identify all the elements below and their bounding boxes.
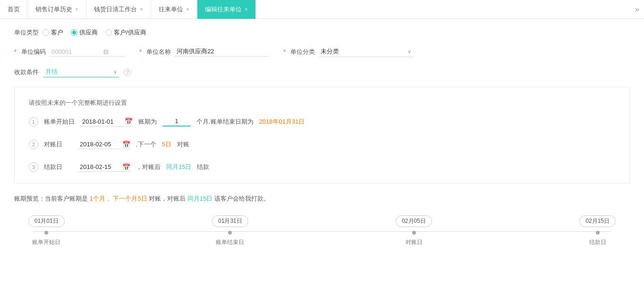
tab-cash-work[interactable]: 钱货日清工作台 ×: [86, 0, 151, 19]
tab-counterparty[interactable]: 往来单位 ×: [151, 0, 197, 19]
radio-both-circle: [105, 29, 112, 36]
timeline-dot-2: [228, 231, 232, 235]
payment-day-highlight: 同月15日: [166, 163, 191, 171]
unit-type-row: 单位类型 客户 供应商 客户/供应商: [14, 28, 630, 37]
unit-type-label: 单位类型: [14, 28, 39, 37]
settings-title: 请按照未来的一个完整帐期进行设置: [29, 99, 615, 107]
radio-customer-label: 客户: [51, 28, 63, 37]
unit-code-input[interactable]: [50, 47, 102, 56]
preview-part2: 下一个月5日: [113, 195, 147, 202]
unit-name-label: 单位名称: [146, 48, 171, 56]
tab-cash-work-label: 钱货日清工作台: [94, 5, 137, 14]
tab-edit-counterparty-label: 编辑往来单位: [205, 5, 242, 14]
timeline-track: 01月01日 账单开始日 01月31日 账单结束日 02月05日 对账日 02月…: [19, 215, 625, 246]
timeline-badge-4: 02月15日: [579, 215, 616, 227]
payment-condition-select[interactable]: 月结 ∨: [43, 67, 119, 77]
billing-start-row: 1 账单开始日 📅 账期为 个月,账单结束日期为 2018年01月31日: [29, 117, 615, 127]
billing-start-label: 账单开始日: [44, 118, 75, 126]
radio-supplier-circle: [71, 29, 77, 36]
payment-day-cal-icon[interactable]: 📅: [122, 163, 130, 171]
payment-condition-value: 月结: [45, 68, 113, 76]
payment-day-row: 3 结款日 📅 ，对账后 同月15日 结款: [29, 162, 615, 172]
timeline-label-1: 账单开始日: [32, 238, 60, 246]
row-num-2: 2: [29, 140, 38, 149]
payment-day-label: 结款日: [44, 163, 72, 171]
reconcile-suffix1: ,下一个: [136, 140, 156, 149]
tab-home-label: 首页: [8, 5, 20, 14]
billing-start-date-group: 📅: [80, 117, 133, 127]
timeline-badge-2: 01月31日: [212, 215, 248, 227]
radio-both-label: 客户/供应商: [114, 28, 146, 37]
page-content: 单位类型 客户 供应商 客户/供应商 * 单位编码: [0, 19, 644, 287]
timeline-label-4: 结款日: [589, 238, 606, 246]
timeline-node-1: 01月01日 账单开始日: [28, 215, 65, 246]
tab-edit-counterparty-close[interactable]: ×: [245, 7, 248, 12]
settings-panel: 请按照未来的一个完整帐期进行设置 1 账单开始日 📅 账期为 个月,账单结束日期…: [14, 87, 630, 184]
reconcile-date-group: 📅: [78, 140, 130, 149]
unit-code-required: *: [14, 48, 17, 55]
preview-section: 账期预览：当前客户账期是 1个月， 下一个月5日 对账，对账后 同月15日 该客…: [14, 193, 630, 204]
tab-sales-history-close[interactable]: ×: [75, 7, 78, 12]
payment-condition-label: 收款条件: [14, 68, 39, 76]
unit-category-field: * 单位分类 未分类 ∨: [283, 46, 413, 57]
preview-part1: 1个月，: [90, 195, 111, 202]
tab-home[interactable]: 首页: [0, 0, 28, 19]
preview-part3: 对账，对账后: [149, 195, 186, 202]
tabs-bar: 首页 销售订单历史 × 钱货日清工作台 × 往来单位 × 编辑往来单位 × »: [0, 0, 644, 19]
preview-part5: 该客户会给我打款。: [214, 195, 270, 202]
payment-help-icon[interactable]: ?: [124, 68, 131, 76]
unit-info-row: * 单位编码 ⊟ * 单位名称 * 单位分类 未分类 ∨: [14, 46, 630, 57]
payment-condition-row: 收款条件 月结 ∨ ?: [14, 67, 630, 77]
unit-category-required: *: [283, 48, 286, 55]
tab-sales-history[interactable]: 销售订单历史 ×: [28, 0, 86, 19]
timeline-dot-1: [44, 231, 48, 235]
payment-day-date-input[interactable]: [78, 162, 120, 171]
reconcile-date-input[interactable]: [78, 140, 120, 149]
reconcile-row: 2 对账日 📅 ,下一个 5日 对账: [29, 140, 615, 149]
timeline-badge-1: 01月01日: [28, 215, 65, 227]
unit-type-field: 单位类型 客户 供应商 客户/供应商: [14, 28, 146, 37]
reconcile-cal-icon[interactable]: 📅: [122, 141, 130, 148]
preview-part4: 同月15日: [187, 195, 212, 202]
unit-category-select[interactable]: 未分类 ∨: [319, 46, 413, 57]
unit-code-field: * 单位编码 ⊟: [14, 47, 125, 57]
timeline-label-2: 账单结束日: [216, 238, 244, 246]
row-num-3: 3: [29, 162, 38, 172]
unit-type-radio-group: 客户 供应商 客户/供应商: [42, 28, 146, 37]
payment-day-date-group: 📅: [78, 162, 130, 172]
period-label: 账期为: [138, 118, 157, 126]
payment-day-suffix2: 结款: [197, 163, 209, 171]
radio-both[interactable]: 客户/供应商: [105, 28, 146, 37]
reconcile-label: 对账日: [44, 140, 72, 149]
unit-category-arrow: ∨: [407, 49, 411, 55]
reconcile-suffix2: 对账: [177, 140, 189, 149]
unit-code-copy-icon[interactable]: ⊟: [102, 48, 110, 55]
timeline-section: 01月01日 账单开始日 01月31日 账单结束日 02月05日 对账日 02月…: [14, 215, 630, 246]
unit-name-required: *: [139, 48, 142, 55]
timeline-dot-4: [596, 231, 600, 235]
period-unit-text: 个月,账单结束日期为: [196, 118, 254, 126]
payment-day-suffix1: ，对账后: [136, 163, 161, 171]
tab-counterparty-label: 往来单位: [159, 5, 183, 14]
unit-category-value: 未分类: [321, 47, 407, 56]
radio-supplier[interactable]: 供应商: [71, 28, 98, 37]
billing-start-cal-icon[interactable]: 📅: [125, 118, 133, 125]
unit-code-label: 单位编码: [21, 48, 46, 56]
tab-counterparty-close[interactable]: ×: [186, 7, 189, 12]
unit-name-input[interactable]: [175, 47, 269, 57]
timeline-badge-3: 02月05日: [396, 215, 432, 227]
period-num-input[interactable]: [162, 117, 191, 127]
tab-edit-counterparty[interactable]: 编辑往来单位 ×: [197, 0, 256, 19]
timeline-node-3: 02月05日 对账日: [396, 215, 432, 246]
unit-category-label: 单位分类: [290, 48, 315, 56]
radio-customer[interactable]: 客户: [42, 28, 63, 37]
tab-cash-work-close[interactable]: ×: [140, 7, 143, 12]
tab-sales-history-label: 销售订单历史: [35, 5, 72, 14]
tab-expand-button[interactable]: »: [630, 5, 644, 14]
timeline-label-3: 对账日: [406, 238, 423, 246]
preview-label: 账期预览：当前客户账期是: [14, 195, 88, 202]
period-end-date: 2018年01月31日: [259, 118, 305, 126]
billing-start-date-input[interactable]: [80, 117, 123, 126]
period-input-group: [162, 117, 191, 127]
reconcile-highlight: 5日: [162, 140, 171, 149]
